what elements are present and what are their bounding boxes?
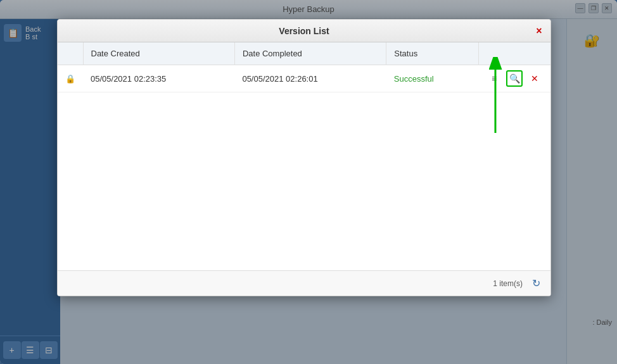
table-row: 🔒 05/05/2021 02:23:35 05/05/2021 02:26:0… [58, 65, 550, 92]
col-status: Status [386, 42, 478, 65]
item-count: 1 item(s) [493, 279, 523, 288]
modal-title: Version List [279, 26, 329, 36]
delete-action-button[interactable]: ✕ [526, 70, 543, 87]
list-action-button[interactable]: ≡ [486, 70, 502, 87]
col-date-completed: Date Completed [234, 42, 386, 65]
date-created-cell: 05/05/2021 02:23:35 [83, 65, 234, 92]
version-list-modal: Version List × Date Created Date Complet… [57, 19, 551, 296]
actions-cell: ≡ 🔍 ✕ [478, 65, 550, 92]
col-date-created: Date Created [83, 42, 234, 65]
date-completed-value: 05/05/2021 02:26:01 [242, 74, 317, 84]
status-value: Successful [394, 74, 434, 84]
lock-icon: 🔒 [65, 74, 75, 84]
date-created-value: 05/05/2021 02:23:35 [91, 74, 166, 84]
modal-body: Date Created Date Completed Status 🔒 05/… [58, 42, 550, 296]
modal-titlebar: Version List × [58, 20, 550, 42]
date-completed-cell: 05/05/2021 02:26:01 [234, 65, 386, 92]
status-cell: Successful [386, 65, 478, 92]
col-lock [58, 42, 83, 65]
table-header-row: Date Created Date Completed Status [58, 42, 550, 65]
modal-footer: 1 item(s) ↻ [58, 270, 550, 296]
browse-action-button[interactable]: 🔍 [506, 70, 523, 87]
version-table: Date Created Date Completed Status 🔒 05/… [58, 42, 550, 92]
row-actions: ≡ 🔍 ✕ [486, 70, 543, 87]
refresh-button[interactable]: ↻ [529, 277, 543, 291]
lock-cell: 🔒 [58, 65, 83, 92]
col-actions [478, 42, 550, 65]
modal-close-button[interactable]: × [533, 25, 545, 37]
